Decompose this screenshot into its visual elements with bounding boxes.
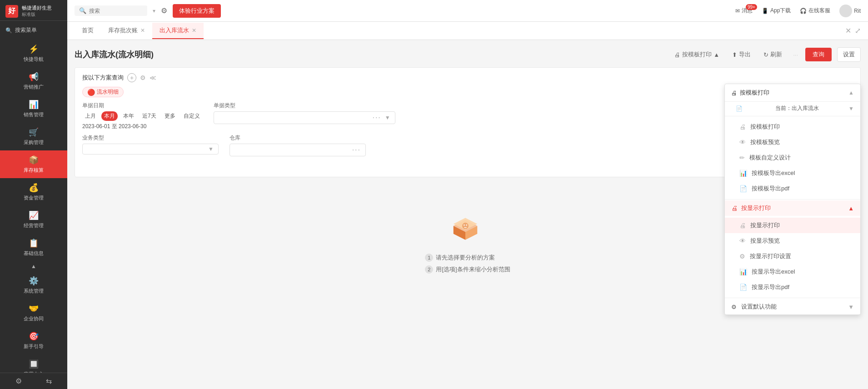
online-service-button[interactable]: 🎧 在线客服 — [800, 7, 830, 15]
current-template-arrow: ▼ — [848, 105, 854, 112]
search-input[interactable] — [89, 8, 135, 14]
empty-tip-1: 1 请先选择要分析的方案 — [425, 254, 510, 262]
beginner-icon: 🎯 — [29, 331, 39, 341]
app-download-button[interactable]: 📱 App下载 — [762, 7, 791, 15]
template-print-button[interactable]: 🖨 按模板打印 ▲ — [671, 49, 723, 60]
date-opt-last-month[interactable]: 上月 — [82, 111, 99, 121]
tab-batch-account-close[interactable]: ✕ — [140, 27, 145, 34]
inventory-icon: 📦 — [29, 155, 39, 165]
filter-add-button[interactable]: + — [127, 73, 136, 82]
export-button[interactable]: ⬆ 导出 — [728, 49, 754, 60]
sidebar-item-app-center[interactable]: 🔲 应用中心 — [0, 354, 67, 373]
date-opt-more[interactable]: 更多 — [162, 111, 178, 121]
print-dropdown-arrow: ▲ — [713, 51, 719, 58]
sidebar-logo-text: 畅捷通好生意 标准版 — [22, 5, 52, 18]
page-actions: 🖨 按模板打印 ▲ ⬆ 导出 ↻ 刷新 ··· 查询 设置 — [671, 47, 861, 62]
sidebar-item-finance[interactable]: 💰 资金管理 — [0, 178, 67, 206]
template-preview-icon: 👁 — [739, 139, 746, 146]
window-close-button[interactable]: ✕ — [845, 26, 851, 35]
sidebar-item-enterprise[interactable]: 🤝 企业协同 — [0, 299, 67, 327]
dropdown-display-preview[interactable]: 👁 按显示预览 — [725, 233, 860, 249]
date-opt-7days[interactable]: 近7天 — [140, 111, 159, 121]
dropdown-print-icon: 🖨 — [731, 90, 737, 96]
sidebar-item-beginner[interactable]: 🎯 新手引导 — [0, 327, 67, 354]
sales-icon: 📊 — [29, 100, 39, 110]
template-print-icon: 🖨 — [739, 123, 746, 130]
dropdown-divider-3 — [725, 298, 860, 298]
sidebar-item-quick-nav[interactable]: ⚡ 快捷导航 — [0, 40, 67, 67]
bill-type-arrow[interactable]: ▼ — [385, 115, 390, 121]
date-opt-this-year[interactable]: 本年 — [120, 111, 137, 121]
display-preview-icon: 👁 — [739, 237, 746, 244]
dropdown-current-template[interactable]: 📄 当前：出入库流水 ▼ — [725, 102, 860, 115]
bill-type-more-icon[interactable]: ··· — [372, 114, 381, 122]
search-menu-button[interactable]: 🔍 搜索菜单 — [5, 25, 62, 36]
sidebar-item-purchase[interactable]: 🛒 采购管理 — [0, 123, 67, 150]
sidebar-item-sales[interactable]: 📊 销售管理 — [0, 95, 67, 123]
date-options: 上月 本月 本年 近7天 更多 自定义 — [82, 111, 203, 121]
sidebar-item-operations[interactable]: 📈 经营管理 — [0, 206, 67, 234]
filter-collapse-icon[interactable]: ≪ — [150, 74, 156, 81]
print-icon: 🖨 — [674, 51, 680, 58]
topbar-dropdown-arrow[interactable]: ▾ — [153, 8, 155, 14]
action-separator: ··· — [793, 51, 798, 58]
tab-home[interactable]: 首页 — [75, 23, 101, 39]
sidebar-item-marketing[interactable]: 📢 营销推广 — [0, 67, 67, 95]
sidebar-item-system[interactable]: ⚙️ 系统管理 — [0, 271, 67, 299]
pdf-icon: 📄 — [739, 185, 747, 192]
download-icon: 📱 — [762, 8, 768, 14]
dropdown-template-export-excel[interactable]: 📊 按模板导出excel — [725, 165, 860, 181]
topbar-search-icon: 🔍 — [79, 7, 86, 14]
warehouse-more-icon[interactable]: ··· — [352, 146, 361, 154]
empty-tip-2: 2 用[选项]条件来缩小分析范围 — [425, 265, 510, 274]
sidebar-item-inventory[interactable]: 📦 库存核算 — [0, 150, 67, 178]
sidebar-logo: 好 畅捷通好生意 标准版 — [0, 0, 67, 21]
filter-group-date: 单据日期 上月 本月 本年 近7天 更多 自定义 2023-06-01 至 20… — [82, 102, 203, 130]
settings-bottom-icon[interactable]: ⚙ — [15, 377, 22, 385]
sidebar-search-section: 🔍 搜索菜单 — [0, 21, 67, 40]
tab-inout-flow-close[interactable]: ✕ — [192, 27, 196, 34]
date-label: 单据日期 — [82, 102, 203, 110]
user-avatar-button[interactable]: Rit — [839, 5, 861, 17]
toggle-sidebar-icon[interactable]: ⇆ — [46, 377, 52, 385]
date-opt-custom[interactable]: 自定义 — [181, 111, 203, 121]
message-button[interactable]: ✉ 消息 99+ — [735, 7, 753, 15]
refresh-icon: ↻ — [763, 51, 768, 58]
filter-settings-icon[interactable]: ⚙ — [140, 74, 146, 81]
business-type-select[interactable]: ▼ — [82, 144, 219, 155]
window-expand-button[interactable]: ⤢ — [855, 26, 861, 35]
dropdown-template-print[interactable]: 🖨 按模板打印 — [725, 119, 860, 135]
refresh-button[interactable]: ↻ 刷新 — [760, 49, 786, 60]
dropdown-display-print-settings[interactable]: ⚙ 按显示打印设置 — [725, 249, 860, 264]
dropdown-display-print[interactable]: 🖨 按显示打印 — [725, 218, 860, 233]
tab-batch-account[interactable]: 库存批次账 ✕ — [101, 23, 152, 39]
display-section-collapse-arrow[interactable]: ▲ — [848, 205, 854, 212]
dropdown-display-print-section-header[interactable]: 🖨 按显示打印 ▲ — [725, 200, 860, 216]
page-title: 出入库流水(流水明细) — [75, 49, 154, 60]
industry-solution-button[interactable]: 体验行业方案 — [173, 4, 221, 18]
finance-icon: 💰 — [29, 183, 39, 193]
dropdown-display-export-pdf[interactable]: 📄 按显示导出pdf — [725, 279, 860, 295]
dropdown-display-export-excel[interactable]: 📊 按显示导出excel — [725, 264, 860, 279]
tip-num-2: 2 — [425, 265, 433, 274]
settings-button[interactable]: 设置 — [837, 47, 861, 62]
business-type-arrow[interactable]: ▼ — [208, 146, 214, 152]
dropdown-template-export-pdf[interactable]: 📄 按模板导出pdf — [725, 181, 860, 196]
search-icon: 🔍 — [5, 27, 12, 34]
sidebar: 好 畅捷通好生意 标准版 🔍 搜索菜单 ⚡ 快捷导航 📢 营销推广 📊 — [0, 0, 67, 389]
business-type-label: 业务类型 — [82, 134, 219, 142]
active-filter-tag[interactable]: 🔴 流水明细 — [82, 87, 124, 97]
date-opt-this-month[interactable]: 本月 — [101, 111, 118, 121]
topbar-gear-icon[interactable]: ⚙ — [161, 6, 167, 15]
topbar-search[interactable]: 🔍 — [75, 5, 147, 16]
bill-type-select[interactable]: ··· ▼ — [214, 111, 395, 124]
dropdown-settings-section[interactable]: ⚙ 设置默认功能 ▼ — [725, 299, 860, 314]
dropdown-collapse-arrow[interactable]: ▲ — [848, 90, 854, 96]
dropdown-title: 🖨 按模板打印 — [731, 89, 769, 97]
query-button[interactable]: 查询 — [805, 48, 832, 61]
dropdown-template-custom[interactable]: ✏ 模板自定义设计 — [725, 150, 860, 165]
dropdown-template-preview[interactable]: 👁 按模板预览 — [725, 135, 860, 150]
sidebar-item-basic-info[interactable]: 📋 基础信息 — [0, 234, 67, 261]
warehouse-select[interactable]: ··· — [229, 144, 366, 156]
tab-inout-flow[interactable]: 出入库流水 ✕ — [152, 23, 204, 39]
